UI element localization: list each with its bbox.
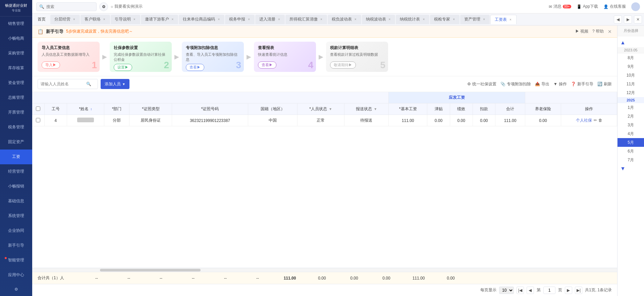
tab-close-all[interactable]: ✕ — [634, 15, 642, 24]
tab-8[interactable]: 所得税汇算清缴× — [285, 15, 327, 24]
tab-12[interactable]: 税检专家× — [430, 15, 460, 24]
sidebar-item-8[interactable]: 固定资产 — [0, 135, 32, 150]
sidebar-item-9[interactable]: 工资 — [0, 150, 32, 164]
month-item-10[interactable]: 5月 — [618, 138, 644, 147]
tab-nav-prev[interactable]: ◀ — [614, 15, 622, 24]
guide-help-btn[interactable]: ? 帮助 — [592, 29, 604, 34]
tab-close-10[interactable]: × — [388, 17, 391, 22]
sidebar-item-10[interactable]: 经营管理 — [0, 164, 32, 179]
month-picker-nav-down[interactable]: ▼ — [620, 166, 626, 172]
tab-close-7[interactable]: × — [277, 17, 281, 22]
tab-3[interactable]: 引导说明× — [111, 15, 140, 24]
sidebar-item-14[interactable]: 企业协同 — [0, 223, 32, 238]
per-page-select[interactable]: 10 20 50 — [499, 287, 514, 294]
month-picker-nav-up[interactable]: ▲ — [620, 40, 626, 46]
tab-9[interactable]: 税负波动表× — [328, 15, 361, 24]
action-edit-icon-0[interactable]: ✏ — [594, 118, 597, 123]
tab-2[interactable]: 客户联络× — [80, 15, 110, 24]
tab-13[interactable]: 资产管理× — [460, 15, 490, 24]
settings-btn[interactable]: ⚙ — [99, 2, 108, 11]
app-download-btn[interactable]: 📱 App下载 — [577, 4, 598, 9]
tab-4[interactable]: 邀请下游客户× — [141, 15, 178, 24]
tab-14[interactable]: 工资表× — [490, 15, 517, 24]
toolbar-action-0[interactable]: ⚙统一社保设置 — [467, 81, 496, 87]
page-next-btn[interactable]: ▶ — [565, 287, 572, 294]
tab-close-5[interactable]: × — [217, 17, 220, 22]
tab-6[interactable]: 税务申报× — [225, 15, 255, 24]
person-search-input[interactable] — [41, 82, 84, 86]
toolbar-action-5[interactable]: 🔄刷新 — [597, 81, 612, 87]
month-item-0[interactable]: 8月 — [618, 53, 644, 62]
step-btn-4[interactable]: 敬请期待▶ — [330, 61, 356, 69]
month-item-4[interactable]: 12月 — [618, 88, 644, 97]
tab-close-12[interactable]: × — [452, 17, 455, 22]
sidebar-item-5[interactable]: 总账管理 — [0, 90, 32, 105]
page-prev-btn[interactable]: ◀ — [527, 287, 534, 294]
scroll-thumb[interactable] — [100, 269, 201, 271]
sidebar-item-1[interactable]: 小畅电商 — [0, 31, 32, 46]
sidebar-item-13[interactable]: 系统管理 — [0, 209, 32, 223]
step-btn-3[interactable]: 查看▶ — [258, 61, 276, 69]
tab-close-6[interactable]: × — [247, 17, 251, 22]
tab-close-11[interactable]: × — [422, 17, 425, 22]
month-item-3[interactable]: 11月 — [618, 80, 644, 88]
add-person-btn[interactable]: 添加人员 ▼ — [101, 79, 129, 89]
tab-close-8[interactable]: × — [320, 17, 323, 22]
month-item-9[interactable]: 4月 — [618, 129, 644, 138]
tab-0[interactable]: 首页 — [34, 15, 50, 24]
step-btn-2[interactable]: 查看▶ — [186, 64, 204, 71]
sidebar-item-17[interactable]: 应用中心 — [0, 268, 32, 283]
step-btn-0[interactable]: 导入▶ — [42, 61, 60, 69]
page-first-btn[interactable]: |◀ — [517, 287, 524, 294]
month-item-6[interactable]: 1月 — [618, 103, 644, 112]
select-all-checkbox[interactable] — [36, 107, 40, 111]
month-item-11[interactable]: 6月 — [618, 147, 644, 156]
tab-nav-next[interactable]: ▶ — [624, 15, 632, 24]
sidebar-settings-btn[interactable]: ⚙ — [0, 283, 32, 296]
tab-close-1[interactable]: × — [72, 17, 76, 22]
sidebar-item-12[interactable]: 基础信息 — [0, 194, 32, 209]
action-social-insurance-0[interactable]: 个人社保 — [576, 118, 592, 123]
tab-close-14[interactable]: × — [509, 17, 512, 22]
sidebar-item-3[interactable]: 库存核算 — [0, 61, 32, 76]
sidebar-item-11[interactable]: 小畅报销 — [0, 179, 32, 194]
month-item-7[interactable]: 2月 — [618, 112, 644, 121]
online-service-btn[interactable]: 👤 在线客服 — [603, 4, 626, 9]
horizontal-scrollbar[interactable] — [32, 268, 617, 272]
sidebar-item-16[interactable]: 智能管理 — [0, 253, 32, 268]
month-item-12[interactable]: 7月 — [618, 156, 644, 164]
month-item-8[interactable]: 3月 — [618, 121, 644, 129]
step-btn-1[interactable]: 设置▶ — [114, 64, 132, 71]
tab-close-3[interactable]: × — [133, 17, 136, 22]
sidebar-item-15[interactable]: 新手引导 — [0, 238, 32, 253]
tab-close-9[interactable]: × — [354, 17, 357, 22]
user-avatar[interactable] — [631, 2, 640, 11]
tab-11[interactable]: 纳税统计表× — [396, 15, 429, 24]
sidebar-item-7[interactable]: 税务管理 — [0, 120, 32, 135]
month-item-2[interactable]: 10月 — [618, 71, 644, 80]
month-item-1[interactable]: 9月 — [618, 62, 644, 71]
row-checkbox-0[interactable] — [36, 118, 40, 122]
tab-5[interactable]: 往来单位商品编码× — [179, 15, 224, 24]
guide-video-btn[interactable]: ▶ 视频 — [575, 29, 588, 34]
tab-close-2[interactable]: × — [103, 17, 106, 22]
tab-close-13[interactable]: × — [482, 17, 486, 22]
top-search-input[interactable] — [46, 4, 87, 9]
tab-10[interactable]: 纳税波动表× — [362, 15, 395, 24]
toolbar-action-4[interactable]: ❓新手引导 — [571, 81, 593, 87]
sidebar-item-2[interactable]: 采购管理 — [0, 46, 32, 61]
toolbar-action-3[interactable]: ▼操作 — [553, 81, 567, 87]
tab-close-4[interactable]: × — [171, 17, 174, 22]
page-number-input[interactable] — [543, 287, 555, 294]
tab-1[interactable]: 分层经营× — [50, 15, 80, 24]
action-delete-icon-0[interactable]: 🗑 — [598, 118, 602, 123]
sidebar-item-0[interactable]: 销售管理 — [0, 16, 32, 31]
tab-7[interactable]: 进入清册× — [255, 15, 285, 24]
sidebar-item-6[interactable]: 开票管理 — [0, 105, 32, 120]
message-btn[interactable]: ✉ 消息 99+ — [549, 4, 571, 9]
demo-btn[interactable]: ○ 我要看实例演示 — [111, 4, 143, 9]
guide-close-btn[interactable]: ✕ — [608, 29, 612, 34]
person-search-icon[interactable]: 🔍 — [86, 82, 91, 86]
toolbar-action-2[interactable]: 📤导出 — [535, 81, 549, 87]
toolbar-action-1[interactable]: 📎专项附加扣除 — [500, 81, 531, 87]
